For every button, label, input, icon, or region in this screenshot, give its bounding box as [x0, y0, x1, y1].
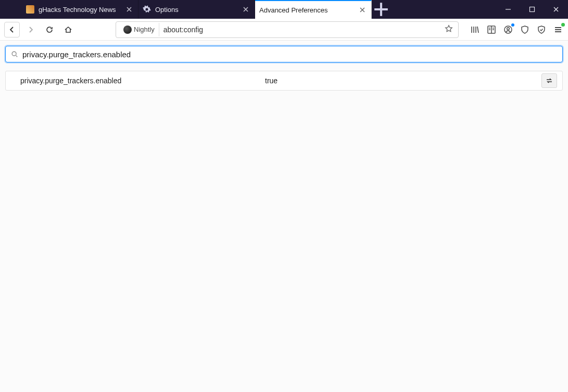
- forward-button[interactable]: [23, 22, 39, 37]
- reader-view-icon[interactable]: [486, 24, 497, 35]
- svg-point-3: [507, 27, 510, 30]
- identity-box[interactable]: Nightly: [119, 23, 159, 36]
- bookmark-star-icon[interactable]: [443, 24, 455, 34]
- tab-options[interactable]: Options: [138, 0, 255, 19]
- url-bar[interactable]: Nightly about:config: [116, 21, 459, 38]
- close-tab-icon[interactable]: [241, 5, 250, 14]
- tab-ghacks[interactable]: gHacks Technology News: [22, 0, 138, 19]
- window-minimize-button[interactable]: [496, 0, 520, 19]
- tab-strip: gHacks Technology News Options Advanced …: [0, 0, 568, 19]
- url-text: about:config: [159, 26, 443, 34]
- shield-icon[interactable]: [519, 24, 531, 35]
- tab-advanced-preferences[interactable]: Advanced Preferences: [255, 0, 372, 19]
- svg-rect-0: [530, 7, 535, 12]
- window-controls: [496, 0, 568, 19]
- reload-button[interactable]: [42, 22, 57, 37]
- firefox-icon: [123, 26, 132, 34]
- pref-toggle-button[interactable]: [541, 73, 557, 88]
- tab-label: Options: [155, 6, 237, 14]
- svg-point-4: [12, 52, 16, 56]
- close-tab-icon[interactable]: [358, 5, 367, 15]
- close-tab-icon[interactable]: [124, 5, 134, 14]
- app-menu-button[interactable]: [552, 24, 564, 35]
- tab-strip-spacer: [0, 0, 22, 19]
- tab-label: gHacks Technology News: [39, 6, 120, 14]
- window-maximize-button[interactable]: [520, 0, 544, 19]
- privacy-shield-icon[interactable]: [536, 24, 547, 35]
- toolbar-icons: [464, 24, 564, 35]
- account-icon[interactable]: [502, 24, 514, 35]
- identity-label: Nightly: [134, 26, 155, 33]
- aboutconfig-page: privacy.purge_trackers.enabled true: [0, 41, 568, 392]
- back-button[interactable]: [4, 22, 20, 37]
- window-close-button[interactable]: [544, 0, 568, 19]
- tab-label: Advanced Preferences: [259, 6, 354, 14]
- pref-value: true: [265, 77, 541, 85]
- pref-name: privacy.purge_trackers.enabled: [20, 77, 265, 85]
- pref-search-box[interactable]: [5, 46, 563, 62]
- favicon-ghacks: [26, 5, 34, 14]
- search-icon: [11, 50, 18, 58]
- new-tab-button[interactable]: [372, 0, 390, 19]
- library-icon[interactable]: [469, 24, 481, 35]
- pref-search-input[interactable]: [22, 50, 557, 59]
- gear-icon: [143, 5, 151, 14]
- pref-result-row[interactable]: privacy.purge_trackers.enabled true: [5, 71, 563, 91]
- toggle-arrows-icon: [545, 77, 553, 85]
- home-button[interactable]: [60, 22, 76, 37]
- nav-toolbar: Nightly about:config: [0, 19, 568, 41]
